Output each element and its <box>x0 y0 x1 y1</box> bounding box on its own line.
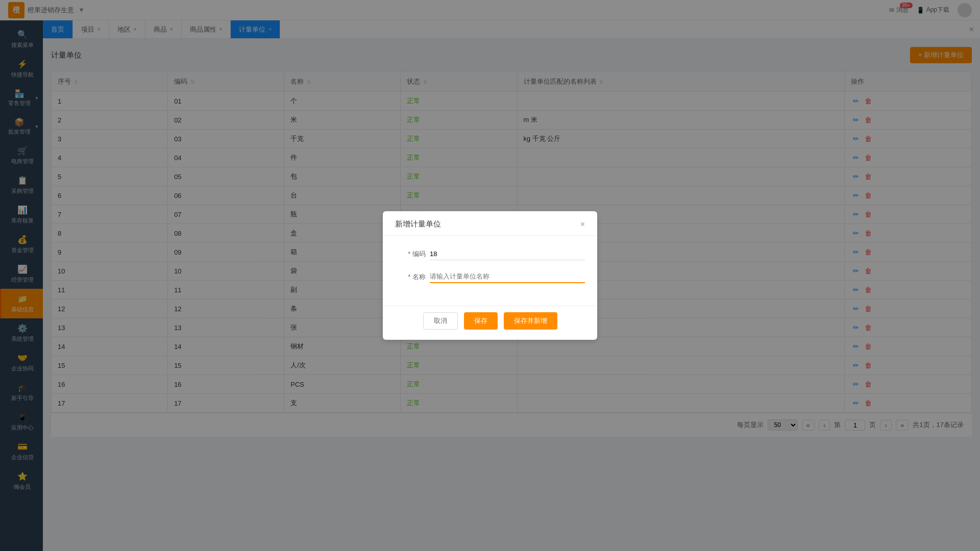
modal-header: 新增计量单位 × <box>383 211 597 236</box>
save-and-new-button[interactable]: 保存并新增 <box>504 312 557 330</box>
form-row-name: * 名称 <box>395 270 585 283</box>
modal-footer: 取消 保存 保存并新增 <box>383 306 597 340</box>
save-button[interactable]: 保存 <box>464 312 498 330</box>
modal-overlay: 新增计量单位 × * 编码 * 名称 取消 保存 保存并新增 <box>0 0 980 551</box>
modal-close-btn[interactable]: × <box>580 220 585 229</box>
name-input[interactable] <box>430 270 585 283</box>
code-input[interactable] <box>430 248 585 260</box>
form-row-code: * 编码 <box>395 248 585 260</box>
code-label: * 编码 <box>395 249 426 259</box>
modal-title: 新增计量单位 <box>395 219 441 229</box>
add-unit-modal: 新增计量单位 × * 编码 * 名称 取消 保存 保存并新增 <box>383 211 597 340</box>
modal-body: * 编码 * 名称 <box>383 236 597 302</box>
cancel-button[interactable]: 取消 <box>423 312 458 330</box>
name-label: * 名称 <box>395 272 426 282</box>
